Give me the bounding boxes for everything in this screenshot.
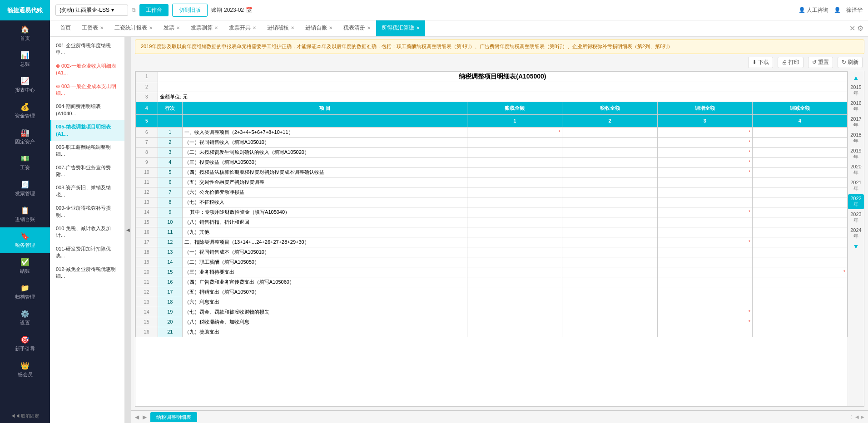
tab-invoice-issue-close[interactable]: ✕ [253,25,256,30]
guide-icon: 🎯 [20,335,30,344]
sidebar-item-tax[interactable]: 🔖 税务管理 [0,227,50,253]
tab-home[interactable]: 首页 [55,20,76,37]
year-2021[interactable]: 2021年 [848,178,864,193]
sidebar-item-finance-label: 资金管理 [15,113,35,119]
year-2024[interactable]: 2024年 [848,226,864,241]
sidebar-item-assets[interactable]: 🏭 固定资产 [0,124,50,150]
sidebar-item-settings-label: 设置 [20,320,30,326]
year-2019[interactable]: 2019年 [848,147,864,162]
subnav-item-003[interactable]: ⊗ 003-一般企业成本支出明细... [50,80,124,100]
table-row: 14 9 其中：专项用途财政性资金（填写A105040） * [136,207,848,217]
tab-inout-check-close[interactable]: ✕ [291,25,294,30]
sidebar-item-guide[interactable]: 🎯 新手引导 [0,331,50,357]
copy-icon[interactable]: ⧉ [132,7,136,13]
tab-tax-settle[interactable]: 所得税汇算缴 ✕ [376,20,425,37]
toolbar: ⬇ 下载 🖨 打印 ↺ 重置 ↻ 刷新 [131,54,868,71]
oldver-button[interactable]: 切到旧版 [172,4,208,17]
workbench-button[interactable]: 工作台 [139,4,169,16]
subnav-item-011[interactable]: 011-研发费用加计扣除优惠... [50,242,124,263]
sidebar-item-archive[interactable]: 📁 归档管理 [0,279,50,305]
col-header-v2: 税收全额 [562,102,657,114]
sidebar-item-salary[interactable]: 💵 工资 [0,150,50,176]
tabbar: 首页 工资表 ✕ 工资统计报表 ✕ 发票 ✕ 发票测算 ✕ 发票开具 ✕ 进销稽… [50,20,868,37]
year-2023[interactable]: 2023年 [848,210,864,225]
subnav-item-001[interactable]: 001-企业所得税年度纳税申... [50,39,124,59]
tab-tax-table[interactable]: 税表清册 ✕ [338,20,376,37]
subnav-item-012[interactable]: 012-减免企业所得税优惠明细... [50,263,124,283]
table-row: 1 纳税调整项目明细表(A105000) [136,71,848,82]
sidebar-item-reports[interactable]: 📈 报表中心 [0,72,50,98]
col-header-item: 项 目 [182,102,467,114]
subnav-item-004[interactable]: 004-期间费用明细表(A1040... [50,100,124,120]
tab-tax-table-close[interactable]: ✕ [367,25,371,30]
year-nav-down[interactable]: ▼ [852,242,860,251]
tabbar-close-all[interactable]: ✕ [849,24,855,33]
print-button[interactable]: 🖨 打印 [778,57,804,68]
download-button[interactable]: ⬇ 下载 [748,57,773,68]
company-selector[interactable]: (勿动) 江西股企-LSS ▾ [55,5,128,16]
year-nav-up[interactable]: ▲ [852,73,860,82]
tab-invoice-issue[interactable]: 发票开具 ✕ [223,20,262,37]
finance-icon: 💰 [20,103,30,111]
sheet-nav-left[interactable]: ◀ [135,414,139,420]
year-2015[interactable]: 2015年 [848,83,864,98]
tabbar-settings-icon[interactable]: ⚙ [857,24,863,33]
tab-invoice-calc-close[interactable]: ✕ [214,25,218,30]
sheet-tab-main[interactable]: 纳税调整明细表 [150,412,197,422]
tab-salary-report[interactable]: 工资统计报表 ✕ [109,20,158,37]
year-2018[interactable]: 2018年 [848,131,864,146]
sidebar-item-member[interactable]: 👑 畅会员 [0,357,50,383]
collapse-handle[interactable]: ◀ [125,37,131,423]
tab-invoice[interactable]: 发票 ✕ [158,20,185,37]
tab-inout-ledger[interactable]: 进销台账 ✕ [300,20,338,37]
year-2016[interactable]: 2016年 [848,99,864,114]
table-row: 10 5 （四）按权益法核算长期股权投资对初始投资成本调整确认收益 * [136,167,848,177]
tab-salary-report-close[interactable]: ✕ [149,25,153,30]
user-service[interactable]: 👤 人工咨询 [799,6,828,14]
sidebar-item-home[interactable]: 🏠 首页 [0,20,50,46]
company-name: (勿动) 江西股企-LSS [60,6,109,14]
sidebar-item-finance[interactable]: 💰 资金管理 [0,98,50,124]
main-area: (勿动) 江西股企-LSS ▾ ⧉ 工作台 切到旧版 账期 2023-02 📅 … [50,0,868,423]
tab-tax-settle-close[interactable]: ✕ [416,25,420,30]
sidebar-item-inout[interactable]: 📋 进销台账 [0,202,50,227]
sheet-nav-right[interactable]: ▶ [143,414,147,420]
sidebar-item-ledger[interactable]: 📊 总账 [0,46,50,72]
year-2022[interactable]: 2022年 [848,194,864,209]
tab-salary-close[interactable]: ✕ [100,25,104,30]
sheet-scroll[interactable]: 1 纳税调整项目明细表(A105000) 2 3 金额单 [135,71,848,406]
inout-icon: 📋 [20,206,30,215]
tab-inout-ledger-close[interactable]: ✕ [329,25,332,30]
refresh-button[interactable]: ↻ 刷新 [838,57,863,68]
tab-invoice-calc[interactable]: 发票测算 ✕ [185,20,223,37]
tab-inout-check[interactable]: 进销稽核 ✕ [262,20,300,37]
tab-salary[interactable]: 工资表 ✕ [76,20,109,37]
calendar-icon[interactable]: 📅 [246,7,253,13]
sheet-tabbar: ◀ ▶ 纳税调整明细表 ⋮ ◀ ▶ [131,410,868,423]
reset-button[interactable]: ↺ 重置 [808,57,833,68]
unpin-button[interactable]: ◀◀ 取消固定 [0,409,50,423]
sidebar-item-tax-label: 税务管理 [15,242,35,249]
checkout-icon: ✅ [20,258,30,266]
subnav-item-005[interactable]: 005-纳税调整项目明细表(A1... [50,120,124,141]
subnav-item-009[interactable]: 009-企业所得税弥补亏损明... [50,202,124,222]
sidebar-item-home-label: 首页 [20,35,30,42]
assets-icon: 🏭 [20,128,30,137]
subnav-item-006[interactable]: 006-职工薪酬纳税调整明细... [50,141,124,161]
data-table: 1 纳税调整项目明细表(A105000) 2 3 金额单 [135,71,848,337]
year-2020[interactable]: 2020年 [848,162,864,177]
sidebar-item-invoice[interactable]: 🧾 发票管理 [0,176,50,202]
subnav-item-008[interactable]: 008-资产折旧、摊销及纳税... [50,181,124,202]
year-2017[interactable]: 2017年 [848,115,864,130]
app-logo: 畅捷通易代账 [0,0,50,20]
sidebar-item-checkout[interactable]: ✅ 结账 [0,253,50,279]
subnav-item-007[interactable]: 007-广告费和业务宣传费附... [50,161,124,182]
subnav: 001-企业所得税年度纳税申... ⊗ 002-一般企业收入明细表(A1... … [50,37,125,423]
notice-bar: 2019年度涉及取以前年度维销数据的申报表单元格需要手工维护正确，才能保证本年及… [135,39,864,54]
subnav-item-010[interactable]: 010-免税、减计收入及加计... [50,222,124,242]
sidebar-item-settings[interactable]: ⚙️ 设置 [0,305,50,331]
table-header-row: 4 行次 项 目 账载全额 税收全额 调增全额 调减全额 [136,102,848,114]
col-header-rownum: 4 [136,102,158,114]
subnav-item-002[interactable]: ⊗ 002-一般企业收入明细表(A1... [50,59,124,80]
tab-invoice-close[interactable]: ✕ [176,25,180,30]
